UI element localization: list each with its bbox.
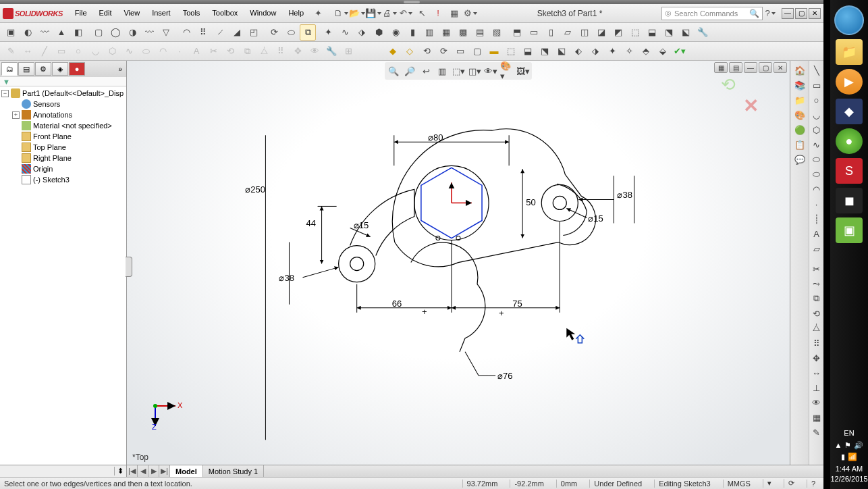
tool-icon[interactable]: ✔▾	[672, 43, 688, 59]
grid-tool-icon[interactable]: ▦	[810, 411, 823, 424]
tree-front-plane[interactable]: Front Plane	[0, 131, 126, 142]
display-icon[interactable]: 👁	[306, 43, 323, 59]
tree-root[interactable]: −Part1 (Default<<Default>_Disp	[0, 88, 126, 99]
pattern-icon[interactable]: ⠿	[195, 24, 211, 41]
view-icon[interactable]: ◪	[593, 24, 609, 41]
smart-dimension-icon[interactable]: ↔	[20, 43, 36, 59]
revolve-boss-icon[interactable]: ◐	[20, 24, 36, 41]
status-rebuild-icon[interactable]: ⟳	[784, 479, 798, 488]
top-view-icon[interactable]: ▱	[560, 24, 576, 41]
tab-motion-study[interactable]: Motion Study 1	[203, 465, 264, 477]
arc-icon[interactable]: ◡	[87, 43, 103, 59]
view-palette-icon[interactable]: 🎨	[792, 108, 807, 122]
view-icon[interactable]: ⬔	[661, 24, 677, 41]
tree-sketch3[interactable]: (-) Sketch3	[0, 174, 126, 185]
move-icon[interactable]: ✥	[290, 43, 306, 59]
circle-icon[interactable]: ○	[70, 43, 86, 59]
clock-date[interactable]: 12/26/2015	[830, 474, 868, 484]
loft-boss-icon[interactable]: ▲	[53, 24, 70, 41]
view-icon[interactable]: ⬓	[644, 24, 660, 41]
search-icon[interactable]: 🔍	[749, 9, 759, 18]
language-indicator[interactable]: EN	[830, 429, 868, 437]
display-tool-icon[interactable]: 👁	[810, 396, 823, 409]
rebuild-button[interactable]: !	[431, 6, 445, 21]
menu-search-icon[interactable]: ✦	[310, 6, 325, 21]
menu-window[interactable]: Window	[244, 6, 281, 21]
menu-view[interactable]: View	[118, 6, 145, 21]
panel-splitter[interactable]	[126, 257, 132, 277]
menu-tools[interactable]: Tools	[178, 6, 206, 21]
pattern-sketch-icon[interactable]: ⠿	[273, 43, 289, 59]
taskbar-app-icon[interactable]: ▣	[836, 217, 863, 243]
status-icon[interactable]: ▾	[763, 479, 776, 488]
circle-tool-icon[interactable]: ○	[810, 93, 823, 107]
menu-toolbox[interactable]: Toolbox	[207, 6, 243, 21]
tool-icon[interactable]: ⬖	[570, 43, 587, 59]
tool-icon[interactable]: ▬	[486, 43, 502, 59]
open-button[interactable]: 📂	[350, 6, 364, 21]
feature-tree-tab[interactable]: 🗂	[1, 62, 18, 76]
print-button[interactable]: 🖨	[382, 6, 397, 21]
mirror-tool-icon[interactable]: ⧊	[810, 321, 823, 335]
convert-tool-icon[interactable]: ⟲	[810, 307, 823, 320]
instant3d-icon[interactable]: ⬗	[354, 24, 370, 41]
linear-pattern-icon[interactable]: ⠿	[810, 336, 823, 350]
repair-icon[interactable]: 🔧	[323, 43, 340, 59]
config-manager-tab[interactable]: ⚙	[35, 62, 51, 76]
tool-icon[interactable]: ▭	[452, 43, 468, 59]
smart-dim-icon[interactable]: ↔	[810, 366, 823, 380]
solidworks-resources-icon[interactable]: 🏠	[792, 63, 807, 77]
rectangle-icon[interactable]: ▭	[53, 43, 70, 59]
tray-network-icon[interactable]: ▮	[841, 453, 845, 461]
new-button[interactable]: 🗋	[333, 6, 348, 21]
line-tool-icon[interactable]: ╲	[810, 63, 823, 77]
tree-annotations[interactable]: +Annotations	[0, 109, 126, 120]
menu-file[interactable]: File	[70, 6, 92, 21]
tool-icon[interactable]: ⬢	[371, 24, 387, 41]
menu-insert[interactable]: Insert	[146, 6, 176, 21]
move-tool-icon[interactable]: ✥	[810, 351, 823, 365]
tool-icon[interactable]: ✧	[621, 43, 637, 59]
tree-material[interactable]: Material <not specified>	[0, 120, 126, 131]
polygon-icon[interactable]: ⬡	[104, 43, 120, 59]
mirror-icon[interactable]: ⧉	[300, 24, 316, 41]
options-button[interactable]: ▦	[447, 6, 462, 21]
menu-edit[interactable]: Edit	[94, 6, 117, 21]
sketch-tool-icon[interactable]: ✎	[810, 426, 823, 439]
file-explorer-icon[interactable]: 📁	[792, 93, 807, 107]
start-button[interactable]	[834, 5, 864, 35]
sketch-icon[interactable]: ✎	[3, 43, 19, 59]
slot-tool-icon[interactable]: ⬭	[810, 168, 823, 181]
property-manager-tab[interactable]: ▤	[18, 62, 34, 76]
minimize-button[interactable]: —	[782, 8, 794, 19]
tool-icon[interactable]: ✦	[604, 43, 620, 59]
spline-icon[interactable]: ∿	[121, 43, 137, 59]
maximize-button[interactable]: ▢	[795, 8, 807, 19]
tool-icon[interactable]: ◉	[387, 24, 404, 41]
swept-cut-icon[interactable]: 〰	[141, 24, 157, 41]
tool-icon[interactable]: ⬕	[553, 43, 570, 59]
tool-icon[interactable]: ⬓	[520, 43, 536, 59]
shell-icon[interactable]: ◰	[246, 24, 262, 41]
tray-up-icon[interactable]: ▲	[835, 441, 842, 450]
ellipse-tool-icon[interactable]: ⬭	[810, 153, 823, 166]
forum-icon[interactable]: 💬	[792, 153, 807, 166]
design-library-icon[interactable]: 📚	[792, 78, 807, 92]
text-icon[interactable]: A	[188, 43, 205, 59]
tray-network-icon[interactable]: 📶	[848, 453, 857, 461]
tool-icon[interactable]: ⟳	[435, 43, 452, 59]
curves-icon[interactable]: ∿	[337, 24, 353, 41]
spline-tool-icon[interactable]: ∿	[810, 138, 823, 151]
help-dd-button[interactable]: ?	[763, 6, 778, 21]
filter-icon[interactable]: ▼	[3, 78, 10, 86]
view-icon[interactable]: ◩	[610, 24, 626, 41]
ellipse-icon[interactable]: ⬭	[138, 43, 154, 59]
quick-snaps-icon[interactable]: ⊞	[340, 43, 356, 59]
taskbar-app-icon[interactable]: ◼	[836, 188, 863, 213]
fillet-tool-icon[interactable]: ◠	[810, 182, 823, 196]
draft-icon[interactable]: ◢	[229, 24, 245, 41]
taskbar-media-icon[interactable]: ▶	[836, 69, 863, 95]
dimxpert-tab[interactable]: ◈	[52, 62, 68, 76]
select-button[interactable]: ↖	[414, 6, 429, 21]
tree-origin[interactable]: Origin	[0, 163, 126, 174]
